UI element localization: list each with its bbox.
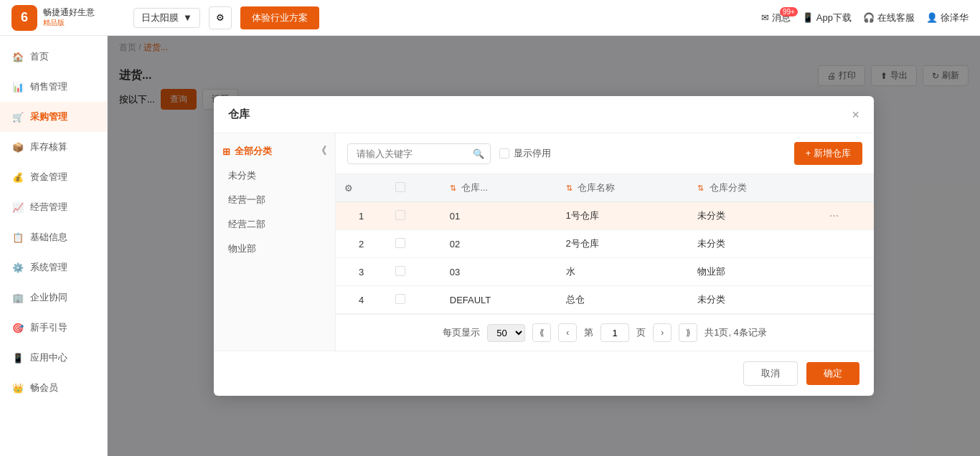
logo-text: 畅捷通好生意 — [43, 7, 95, 19]
col-category[interactable]: ⇅ 仓库分类 — [689, 174, 821, 202]
sidebar-item-app[interactable]: 📱 应用中心 — [0, 343, 107, 373]
sidebar-item-stock[interactable]: 📦 库存核算 — [0, 132, 107, 162]
settings-button[interactable]: ⚙ — [209, 6, 232, 29]
main-layout: 🏠 首页 📊 销售管理 🛒 采购管理 📦 库存核算 💰 资金管理 📈 经营管理 … — [0, 36, 980, 456]
row-name: 总仓 — [557, 286, 689, 314]
stock-icon: 📦 — [11, 141, 24, 153]
purchase-icon: 🛒 — [11, 110, 24, 123]
operation-icon: 📈 — [11, 201, 24, 214]
col-name[interactable]: ⇅ 仓库名称 — [557, 174, 689, 202]
row-more[interactable] — [821, 286, 874, 314]
finance-icon: 💰 — [11, 171, 24, 184]
category-collapse-button[interactable]: 《 — [316, 145, 326, 158]
table-row[interactable]: 2 02 2号仓库 未分类 — [336, 230, 874, 258]
search-input[interactable] — [354, 144, 473, 163]
sidebar-item-home[interactable]: 🏠 首页 — [0, 42, 107, 72]
row-name: 2号仓库 — [557, 230, 689, 258]
top-header: 6 畅捷通好生意 精品版 日太阳膜 ▼ ⚙ 体验行业方案 ✉ 消息 99+ 📱 … — [0, 0, 980, 36]
table-row[interactable]: 3 03 水 物业部 — [336, 258, 874, 286]
row-category: 未分类 — [689, 230, 821, 258]
store-selector[interactable]: 日太阳膜 ▼ — [133, 8, 200, 28]
sidebar-item-purchase[interactable]: 🛒 采购管理 — [0, 102, 107, 132]
sidebar-item-enterprise[interactable]: 🏢 企业协同 — [0, 282, 107, 313]
first-page-button[interactable]: ⟪ — [532, 323, 551, 342]
app-icon: 📱 — [11, 351, 24, 364]
logo-icon: 6 — [11, 5, 37, 31]
online-service-button[interactable]: 🎧 在线客服 — [863, 11, 915, 24]
confirm-button[interactable]: 确定 — [806, 362, 859, 385]
col-actions — [821, 174, 874, 202]
row-check[interactable] — [387, 258, 440, 286]
page-size-select[interactable]: 50 — [487, 324, 525, 342]
search-icon[interactable]: 🔍 — [473, 148, 484, 159]
checkbox-icon — [499, 148, 509, 158]
try-industry-button[interactable]: 体验行业方案 — [240, 6, 319, 29]
modal-close-button[interactable]: × — [852, 108, 859, 121]
message-badge: 99+ — [780, 7, 798, 16]
sidebar-item-system[interactable]: ⚙️ 系统管理 — [0, 252, 107, 282]
prev-page-button[interactable]: ‹ — [558, 323, 577, 342]
sidebar-item-finance[interactable]: 💰 资金管理 — [0, 162, 107, 192]
modal-header: 仓库 × — [214, 96, 874, 133]
row-check[interactable] — [387, 202, 440, 230]
basic-icon: 📋 — [11, 231, 24, 244]
sidebar-item-guide[interactable]: 🎯 新手引导 — [0, 313, 107, 343]
row-name: 水 — [557, 258, 689, 286]
cat-item-unclassified[interactable]: 未分类 — [214, 163, 335, 188]
row-more[interactable]: ··· — [821, 202, 874, 230]
table-scroll: ⚙ ⇅ 仓库... — [336, 174, 874, 314]
sidebar-item-member[interactable]: 👑 畅会员 — [0, 373, 107, 403]
next-page-button[interactable]: › — [653, 323, 672, 342]
add-warehouse-button[interactable]: + 新增仓库 — [794, 142, 862, 165]
cancel-button[interactable]: 取消 — [743, 361, 798, 386]
cat-item-property[interactable]: 物业部 — [214, 237, 335, 261]
page-number-input[interactable] — [600, 323, 629, 342]
message-button[interactable]: ✉ 消息 99+ — [761, 11, 791, 24]
modal-overlay: 仓库 × ⊞ 全部分类 《 未分类 — [108, 36, 980, 456]
app-download-button[interactable]: 📱 App下载 — [802, 11, 852, 24]
col-code[interactable]: ⇅ 仓库... — [441, 174, 557, 202]
guide-icon: 🎯 — [11, 321, 24, 334]
modal-footer: 取消 确定 — [214, 351, 874, 396]
col-setting[interactable]: ⚙ — [336, 174, 387, 202]
pagination: 每页显示 50 ⟪ ‹ 第 页 › ⟫ 共1页, 4条记录 — [336, 314, 874, 351]
sidebar-item-basic[interactable]: 📋 基础信息 — [0, 222, 107, 252]
row-name: 1号仓库 — [557, 202, 689, 230]
table-row[interactable]: 4 DEFAULT 总仓 未分类 — [336, 286, 874, 314]
logo-area: 6 畅捷通好生意 精品版 — [11, 5, 119, 31]
sidebar-item-sales[interactable]: 📊 销售管理 — [0, 72, 107, 102]
member-icon: 👑 — [11, 381, 24, 394]
sidebar: 🏠 首页 📊 销售管理 🛒 采购管理 📦 库存核算 💰 资金管理 📈 经营管理 … — [0, 36, 108, 456]
main-content: 首页 / 进货... 进货... 🖨 打印 ⬆ 导出 ↻ 刷新 — [108, 36, 980, 456]
sales-icon: 📊 — [11, 80, 24, 93]
header-right: ✉ 消息 99+ 📱 App下载 🎧 在线客服 👤 徐泽华 — [761, 11, 969, 24]
warehouse-modal: 仓库 × ⊞ 全部分类 《 未分类 — [214, 96, 874, 396]
cat-item-operation1[interactable]: 经营一部 — [214, 188, 335, 212]
user-profile-button[interactable]: 👤 徐泽华 — [926, 11, 969, 24]
warehouse-table: ⚙ ⇅ 仓库... — [336, 174, 874, 314]
row-code: 03 — [441, 258, 557, 286]
select-all-checkbox[interactable] — [395, 182, 405, 192]
row-check[interactable] — [387, 230, 440, 258]
row-num: 4 — [336, 286, 387, 314]
sort-icon-category: ⇅ — [697, 184, 704, 192]
row-more[interactable] — [821, 258, 874, 286]
row-num: 3 — [336, 258, 387, 286]
row-code: 01 — [441, 202, 557, 230]
last-page-button[interactable]: ⟫ — [679, 323, 697, 342]
col-check — [387, 174, 440, 202]
enterprise-icon: 🏢 — [11, 291, 24, 304]
table-toolbar: 🔍 显示停用 + 新增仓库 — [336, 133, 874, 174]
row-check[interactable] — [387, 286, 440, 314]
show-disabled-checkbox[interactable]: 显示停用 — [499, 147, 551, 160]
row-code: DEFAULT — [441, 286, 557, 314]
row-num: 2 — [336, 230, 387, 258]
sidebar-item-operation[interactable]: 📈 经营管理 — [0, 192, 107, 222]
row-code: 02 — [441, 230, 557, 258]
modal-body: ⊞ 全部分类 《 未分类 经营一部 经营二部 物业部 — [214, 133, 874, 351]
row-category: 物业部 — [689, 258, 821, 286]
row-num: 1 — [336, 202, 387, 230]
row-more[interactable] — [821, 230, 874, 258]
cat-item-operation2[interactable]: 经营二部 — [214, 212, 335, 237]
table-row[interactable]: 1 01 1号仓库 未分类 ··· — [336, 202, 874, 230]
